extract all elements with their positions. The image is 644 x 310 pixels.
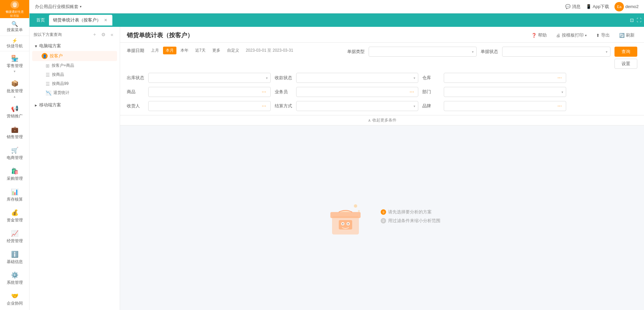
recipient-select[interactable]: ···	[148, 101, 271, 111]
recipient-dots[interactable]: ···	[260, 103, 267, 109]
date-btn-this-month[interactable]: 本月	[163, 47, 176, 54]
sidebar-item-purchase[interactable]: 🛍️ 采购管理	[0, 164, 29, 185]
date-btn-this-year[interactable]: 本年	[178, 47, 191, 54]
tree-item-customer-product[interactable]: ⊞ 按客户+商品	[32, 61, 117, 70]
tab-sales-report[interactable]: 销货单统计表（按客户） ✕	[49, 15, 112, 25]
account-dropdown[interactable]: 办公用品行业模拟账套 ▾	[35, 4, 82, 10]
settings-button[interactable]: 设置	[614, 59, 637, 69]
basic-icon: ℹ️	[11, 251, 18, 258]
left-panel: 按以下方案查询 ＋ ⚙ « ▾ 电脑端方案 👤 按客户 ⊞	[30, 27, 120, 310]
refresh-btn[interactable]: 🔄 刷新	[616, 31, 637, 40]
inventory-icon: 📊	[11, 188, 18, 196]
warehouse-dots[interactable]: ···	[556, 75, 563, 81]
sidebar-item-inventory[interactable]: 📊 库存核算	[0, 185, 29, 206]
export-btn[interactable]: ⬆ 导出	[593, 31, 612, 40]
product-dots[interactable]: ···	[260, 89, 267, 95]
sales-label: 销售管理	[7, 134, 23, 140]
tip2-text: 用过滤条件来缩小分析范围	[388, 218, 440, 224]
sidebar-item-finance[interactable]: 💰 资金管理	[0, 206, 29, 226]
logo-icon	[9, 0, 20, 9]
product-select[interactable]: ···	[148, 87, 271, 97]
query-button[interactable]: 查询	[614, 47, 637, 57]
settings-scheme-btn[interactable]: ⚙	[100, 31, 107, 38]
app-download-label: App下载	[593, 4, 609, 10]
order-type-chevron: ▾	[472, 50, 474, 54]
user-profile[interactable]: Ea demo2	[614, 2, 639, 11]
tree-item-product99-label: 按商品99	[52, 81, 68, 87]
filter-actions: 查询 设置	[614, 47, 637, 69]
message-btn[interactable]: 💬 消息	[565, 4, 581, 10]
tab-home[interactable]: 首页	[32, 15, 49, 25]
refresh-icon: 🔄	[619, 33, 625, 38]
tree-group-mobile[interactable]: ▸ 移动端方案	[32, 100, 117, 110]
department-label: 部门	[422, 89, 441, 95]
sidebar-item-retail[interactable]: 🏪 零售管理 ▼	[0, 51, 29, 76]
left-panel-header: 按以下方案查询 ＋ ⚙ «	[30, 31, 120, 41]
export-label: 导出	[601, 32, 610, 38]
tree-item-product[interactable]: ☰ 按商品	[32, 70, 117, 79]
collapse-bar[interactable]: ∧ 收起更多条件	[120, 115, 644, 125]
help-icon: ❓	[531, 33, 537, 38]
brand-select[interactable]: ···	[444, 101, 566, 111]
tree-section-desktop: ▾ 电脑端方案 👤 按客户 ⊞ 按客户+商品 ☰ 按商品 ☰ 按商	[30, 41, 120, 97]
order-status-select[interactable]: ▾	[502, 47, 610, 57]
salesperson-select[interactable]: ···	[296, 87, 419, 97]
settlement-select[interactable]: ▾	[296, 101, 419, 111]
product99-icon: ☰	[46, 81, 50, 87]
sidebar-item-basic[interactable]: ℹ️ 基础信息	[0, 247, 29, 268]
sidebar-item-sales[interactable]: 💼 销售管理	[0, 122, 29, 143]
payment-status-select[interactable]: ▾	[296, 73, 419, 83]
warehouse-select[interactable]: ···	[444, 73, 566, 83]
message-label: 消息	[572, 4, 581, 10]
collapse-panel-btn[interactable]: «	[108, 31, 116, 38]
tree-item-product99[interactable]: ☰ 按商品99	[32, 79, 117, 88]
recipient-label: 收货人	[127, 103, 146, 109]
salesperson-dots[interactable]: ···	[408, 89, 415, 95]
search-menu-label: 搜索菜单	[0, 27, 29, 33]
date-btn-7days[interactable]: 近7天	[193, 47, 208, 54]
purchase-label: 采购管理	[7, 176, 23, 182]
sidebar-logo[interactable]: 畅捷通好生意 标准版	[0, 0, 30, 18]
sidebar-quick-nav[interactable]: ⚡ 快捷导航	[0, 36, 29, 51]
sidebar-item-system[interactable]: ⚙️ 系统管理	[0, 268, 29, 289]
date-btn-custom[interactable]: 自定义	[224, 47, 242, 54]
header-right: 💬 消息 📱 App下载 Ea demo2	[565, 2, 639, 11]
tree-group-desktop[interactable]: ▾ 电脑端方案	[32, 41, 117, 51]
brand-dots[interactable]: ···	[556, 103, 563, 109]
date-btn-last-month[interactable]: 上月	[148, 47, 162, 54]
tree-item-customer[interactable]: 👤 按客户	[32, 51, 117, 61]
brand-label: 品牌	[422, 103, 441, 109]
tab-close-btn[interactable]: ✕	[103, 17, 108, 23]
window-maximize-icon[interactable]: ⛶	[637, 17, 641, 23]
tree-item-return[interactable]: 📉 退货统计	[32, 88, 117, 97]
sidebar-item-wholesale[interactable]: 📦 批发管理 ▲	[0, 76, 29, 102]
left-panel-actions: ＋ ⚙ «	[91, 31, 116, 38]
return-icon: 📉	[46, 90, 51, 96]
app-download-btn[interactable]: 📱 App下载	[586, 4, 609, 10]
sidebar-item-operations[interactable]: 📈 经营管理	[0, 226, 29, 247]
sidebar-item-marketing[interactable]: 📢 营销推广	[0, 102, 29, 122]
customer-scheme-icon: 👤	[42, 53, 48, 59]
window-restore-icon[interactable]: ⊡	[630, 17, 634, 23]
order-type-select[interactable]: ▾	[369, 47, 477, 57]
salesperson-label: 业务员	[275, 89, 293, 95]
sidebar-item-ecommerce[interactable]: 🛒 电商管理	[0, 143, 29, 164]
filter-area: 单据日期 上月 本月 本年 近7天 更多 自定义 2023-03-01 至 20…	[120, 43, 644, 115]
template-print-btn[interactable]: 🖨 按模板打印 ▾	[553, 31, 589, 40]
delivery-status-select[interactable]: ▾	[148, 73, 271, 83]
sidebar-item-enterprise[interactable]: 🤝 企业协同	[0, 289, 29, 310]
svg-point-9	[347, 223, 349, 224]
add-scheme-btn[interactable]: ＋	[91, 31, 98, 38]
order-status-label: 单据状态	[481, 49, 499, 55]
right-panel: 销货单统计表（按客户） ❓ 帮助 🖨 按模板打印 ▾ ⬆ 导出	[120, 27, 644, 310]
app-name: 畅捷通好生意	[6, 10, 24, 14]
department-select[interactable]: ▾	[444, 87, 566, 97]
tree-item-customer-product-label: 按客户+商品	[52, 63, 74, 68]
help-btn[interactable]: ❓ 帮助	[529, 31, 549, 40]
sidebar-search[interactable]: 🔍 搜索菜单	[0, 18, 29, 36]
empty-svg	[324, 199, 367, 236]
date-btn-more[interactable]: 更多	[210, 47, 223, 54]
system-label: 系统管理	[7, 280, 23, 286]
empty-tip-2: ② 用过滤条件来缩小分析范围	[381, 218, 440, 224]
quick-nav-label: 快捷导航	[0, 43, 29, 49]
